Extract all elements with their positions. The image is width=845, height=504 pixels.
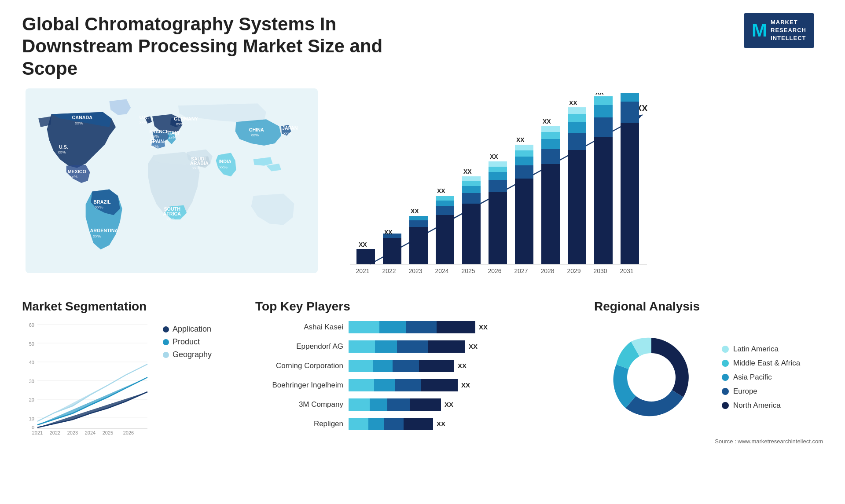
player-name-eppendorf: Eppendorf AG — [255, 342, 343, 351]
svg-text:XX: XX — [458, 362, 467, 369]
x-label-2027: 2027 — [514, 267, 528, 274]
source-text: Source : www.marketresearchintellect.com — [594, 438, 823, 445]
legend-europe: Europe — [722, 387, 800, 396]
uk-value: xx% — [140, 120, 148, 124]
x-label-2029: 2029 — [567, 267, 580, 274]
header: Global Chromatography Systems In Downstr… — [22, 13, 823, 80]
svg-rect-7 — [409, 220, 428, 227]
player-bar-repligen: XX — [349, 417, 572, 431]
us-value: xx% — [58, 150, 66, 155]
segmentation-section: Market Segmentation 60 50 40 30 20 10 0 — [22, 299, 233, 445]
player-row-boehringer: Boehringer Ingelheim XX — [255, 378, 572, 392]
svg-rect-32 — [541, 126, 560, 132]
svg-rect-30 — [541, 139, 560, 149]
bar-xx-2029: XX — [569, 99, 577, 106]
player-bar-ashai: XX — [349, 320, 572, 334]
svg-rect-27 — [515, 145, 533, 150]
mexico-label: MEXICO — [68, 169, 86, 175]
canada-label: CANADA — [72, 115, 92, 120]
svg-rect-97 — [349, 418, 368, 430]
legend-label-application: Application — [173, 325, 211, 334]
svg-text:2022: 2022 — [50, 430, 60, 435]
svg-rect-4 — [383, 238, 401, 264]
svg-rect-36 — [568, 114, 586, 122]
regional-title: Regional Analysis — [594, 299, 823, 314]
svg-text:2026: 2026 — [123, 430, 134, 435]
logo-m-letter: M — [752, 18, 767, 44]
legend-geography: Geography — [163, 350, 212, 359]
svg-text:10: 10 — [29, 416, 34, 421]
dot-middle-east-africa — [722, 360, 729, 367]
svg-rect-39 — [594, 117, 613, 137]
svg-text:XX: XX — [437, 420, 445, 427]
svg-rect-34 — [568, 133, 586, 150]
logo-box: M MARKET RESEARCH INTELLECT — [744, 13, 814, 48]
x-label-2024: 2024 — [435, 267, 448, 274]
svg-text:30: 30 — [29, 379, 34, 384]
donut-chart — [594, 320, 709, 435]
svg-text:60: 60 — [29, 322, 34, 328]
china-label: CHINA — [249, 127, 264, 132]
bar-xx-2022: XX — [384, 229, 393, 236]
page-title: Global Chromatography Systems In Downstr… — [22, 13, 418, 80]
player-bar-3m: XX — [349, 398, 572, 412]
x-label-2021: 2021 — [356, 267, 369, 274]
player-row-repligen: Repligen XX — [255, 417, 572, 431]
south-africa-value: xx% — [166, 216, 175, 221]
svg-text:2021: 2021 — [32, 430, 43, 435]
legend-application: Application — [163, 325, 212, 334]
donut-legend-container: Latin America Middle East & Africa Asia … — [594, 320, 823, 435]
svg-rect-21 — [489, 167, 507, 172]
x-label-2023: 2023 — [408, 267, 422, 274]
bar-xx-2025: XX — [463, 168, 472, 175]
player-row-corning: Corning Corporation XX — [255, 359, 572, 373]
japan-value: xx% — [283, 131, 292, 135]
argentina-label: ARGENTINA — [90, 228, 118, 233]
logo-line3: INTELLECT — [771, 34, 806, 42]
x-label-2030: 2030 — [593, 267, 607, 274]
bar-xx-2028: XX — [543, 118, 551, 125]
svg-rect-31 — [541, 132, 560, 139]
segmentation-title: Market Segmentation — [22, 299, 233, 314]
key-players-title: Top Key Players — [255, 299, 572, 314]
svg-rect-77 — [349, 340, 375, 353]
argentina-value: xx% — [93, 234, 101, 238]
label-latin-america: Latin America — [733, 345, 779, 354]
svg-text:2024: 2024 — [85, 430, 96, 435]
legend-asia-pacific: Asia Pacific — [722, 373, 800, 382]
legend-label-geography: Geography — [173, 350, 212, 359]
svg-text:0: 0 — [32, 425, 34, 430]
svg-text:XX: XX — [461, 381, 470, 389]
bar-xx-2026: XX — [490, 153, 498, 160]
svg-rect-23 — [515, 179, 533, 264]
france-label: FRANCE — [149, 129, 169, 134]
svg-rect-14 — [462, 193, 481, 204]
svg-rect-25 — [515, 157, 533, 165]
spain-value: xx% — [151, 144, 159, 149]
india-value: xx% — [219, 164, 228, 169]
bar-xx-2024: XX — [437, 187, 445, 194]
x-label-2026: 2026 — [488, 267, 501, 274]
svg-rect-22 — [489, 161, 507, 167]
south-africa-label2: AFRICA — [163, 211, 181, 216]
svg-rect-3 — [356, 249, 375, 264]
italy-value: xx% — [168, 135, 176, 140]
legend-dot-application — [163, 326, 169, 332]
svg-rect-42 — [621, 123, 639, 264]
svg-rect-10 — [436, 206, 454, 215]
label-europe: Europe — [733, 387, 757, 396]
svg-rect-13 — [462, 204, 481, 264]
x-label-2022: 2022 — [382, 267, 396, 274]
svg-rect-43 — [621, 102, 639, 123]
logo-line1: MARKET — [771, 18, 806, 26]
player-bar-eppendorf: XX — [349, 340, 572, 354]
svg-rect-17 — [462, 176, 481, 181]
svg-rect-26 — [515, 150, 533, 157]
svg-point-99 — [627, 353, 676, 402]
india-label: INDIA — [218, 159, 231, 164]
germany-value: xx% — [176, 121, 184, 126]
legend-latin-america: Latin America — [722, 345, 800, 354]
bar-xx-2027: XX — [516, 136, 525, 143]
x-label-2025: 2025 — [461, 267, 475, 274]
player-bar-boehringer: XX — [349, 378, 572, 392]
